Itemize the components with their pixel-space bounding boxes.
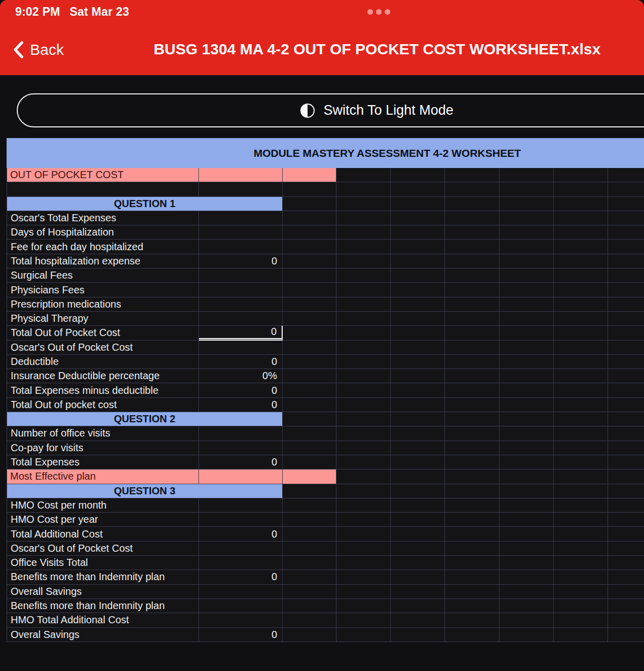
cell[interactable] [283, 398, 336, 412]
cell[interactable] [554, 211, 608, 225]
cell[interactable] [608, 426, 644, 441]
value-cell[interactable] [199, 613, 283, 627]
cell[interactable] [391, 283, 445, 297]
cell[interactable] [283, 455, 336, 469]
label-cell[interactable]: Total Out of Pocket Cost [7, 326, 199, 340]
value-cell[interactable] [199, 441, 283, 455]
cell[interactable] [608, 556, 644, 570]
cell[interactable] [554, 455, 608, 469]
value-cell[interactable] [199, 498, 283, 513]
cell[interactable] [336, 484, 391, 498]
cell[interactable] [336, 412, 391, 426]
cell[interactable] [391, 269, 445, 283]
value-cell[interactable] [199, 240, 283, 254]
cell[interactable] [391, 556, 445, 570]
cell[interactable] [445, 570, 499, 584]
cell[interactable] [554, 412, 608, 426]
cell[interactable] [283, 182, 336, 196]
cell[interactable] [608, 455, 644, 469]
cell[interactable] [499, 182, 554, 196]
cell[interactable] [336, 556, 391, 570]
highlight-cell[interactable] [283, 168, 336, 182]
cell[interactable] [283, 585, 336, 599]
cell[interactable] [608, 312, 644, 326]
cell[interactable] [499, 599, 554, 613]
cell[interactable] [445, 556, 499, 570]
cell[interactable] [391, 527, 445, 541]
cell[interactable] [499, 628, 554, 642]
value-cell[interactable]: 0 [199, 355, 283, 369]
cell[interactable] [554, 513, 608, 527]
cell[interactable] [554, 599, 608, 613]
label-cell[interactable]: Office Visits Total [7, 556, 199, 570]
cell[interactable] [608, 585, 644, 599]
cell[interactable] [554, 254, 608, 269]
label-cell[interactable]: Benefits more than Indemnity plan [7, 599, 199, 613]
label-cell[interactable]: Overal Savings [7, 628, 199, 642]
cell[interactable] [336, 455, 391, 469]
cell[interactable] [391, 426, 445, 441]
cell[interactable] [391, 168, 445, 182]
cell[interactable] [608, 398, 644, 412]
cell[interactable] [391, 628, 445, 642]
cell[interactable] [391, 369, 445, 383]
value-cell[interactable] [199, 182, 283, 196]
cell[interactable] [554, 527, 608, 541]
value-cell[interactable]: 0 [199, 254, 283, 269]
value-cell[interactable] [199, 426, 283, 441]
cell[interactable] [554, 168, 608, 182]
cell[interactable] [336, 240, 391, 254]
cell[interactable] [499, 498, 554, 513]
cell[interactable] [336, 398, 391, 412]
value-cell[interactable] [199, 211, 283, 225]
cell[interactable] [554, 269, 608, 283]
value-cell[interactable] [199, 513, 283, 527]
cell[interactable] [391, 383, 445, 397]
cell[interactable] [608, 527, 644, 541]
cell[interactable] [499, 369, 554, 383]
highlight-cell[interactable] [283, 469, 336, 484]
cell[interactable] [336, 599, 391, 613]
cell[interactable] [336, 312, 391, 326]
label-cell[interactable]: Total hospitalization expense [7, 254, 199, 269]
cell[interactable] [554, 355, 608, 369]
cell[interactable] [554, 283, 608, 297]
cell[interactable] [499, 412, 554, 426]
cell[interactable] [283, 613, 336, 627]
value-cell[interactable]: 0 [199, 383, 283, 397]
label-cell[interactable]: Fee for each day hospitalized [7, 240, 199, 254]
cell[interactable] [391, 355, 445, 369]
cell[interactable] [445, 498, 499, 513]
cell[interactable] [391, 197, 445, 211]
cell[interactable] [499, 326, 554, 340]
value-cell[interactable] [199, 542, 283, 556]
cell[interactable] [608, 469, 644, 484]
cell[interactable] [554, 225, 608, 240]
cell[interactable] [554, 441, 608, 455]
cell[interactable] [445, 197, 499, 211]
cell[interactable] [445, 628, 499, 642]
cell[interactable] [608, 484, 644, 498]
cell[interactable] [445, 398, 499, 412]
cell[interactable] [499, 513, 554, 527]
cell[interactable] [499, 469, 554, 484]
cell[interactable] [391, 225, 445, 240]
highlight-cell[interactable] [199, 469, 283, 484]
cell[interactable] [499, 398, 554, 412]
cell[interactable] [608, 197, 644, 211]
cell[interactable] [283, 412, 336, 426]
cell[interactable] [336, 269, 391, 283]
cell[interactable] [445, 513, 499, 527]
cell[interactable] [445, 355, 499, 369]
label-cell[interactable]: Total Out of pocket cost [7, 398, 199, 412]
cell[interactable] [283, 269, 336, 283]
cell[interactable] [608, 211, 644, 225]
cell[interactable] [445, 599, 499, 613]
cell[interactable] [336, 341, 391, 355]
cell[interactable] [554, 312, 608, 326]
cell[interactable] [391, 312, 445, 326]
cell[interactable] [445, 341, 499, 355]
cell[interactable] [391, 240, 445, 254]
cell[interactable] [283, 383, 336, 397]
value-cell[interactable]: 0 [199, 570, 283, 584]
